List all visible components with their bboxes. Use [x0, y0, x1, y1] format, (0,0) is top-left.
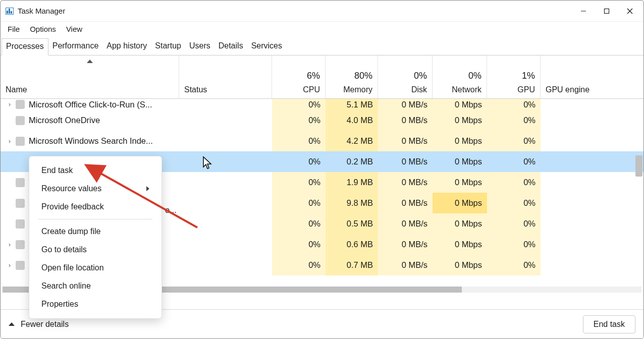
cell-status — [179, 99, 272, 110]
process-icon — [16, 178, 25, 187]
cell-status — [179, 234, 272, 255]
column-headers: Name Status 6% CPU 80% Memory 0% Disk 0%… — [1, 55, 643, 99]
menu-file[interactable]: File — [8, 25, 20, 33]
end-task-button-label: End task — [594, 320, 625, 328]
col-name[interactable]: Name — [1, 55, 179, 98]
ctx-create-dump-file[interactable]: Create dump file — [29, 222, 162, 241]
chevron-up-icon — [9, 322, 15, 326]
app-title: Task Manager — [18, 7, 65, 15]
col-memory-pct: 80% — [331, 71, 372, 81]
end-task-button[interactable]: End task — [583, 315, 635, 333]
expand-icon[interactable]: › — [7, 101, 13, 108]
cell-gpu-engine — [541, 255, 634, 275]
process-icon — [16, 199, 25, 208]
cell-cpu: 0% — [272, 131, 326, 151]
cell-network: 0 Mbps — [433, 213, 487, 234]
table-row[interactable]: ›Microsoft Windows Search Inde...0%4.2 M… — [1, 131, 643, 151]
process-icon — [16, 240, 25, 249]
tab-processes[interactable]: Processes — [2, 38, 48, 55]
table-row[interactable]: ›Microsoft Office Click-to-Run (S...0%5.… — [1, 99, 643, 110]
cell-disk: 0 MB/s — [378, 255, 433, 275]
menu-view[interactable]: View — [66, 25, 82, 33]
cell-cpu: 0% — [272, 151, 326, 172]
ctx-provide-feedback[interactable]: Provide feedback — [29, 198, 162, 216]
cell-gpu: 0% — [487, 234, 541, 255]
cell-name: ›Microsoft OneDrive — [1, 110, 179, 131]
ctx-search-online[interactable]: Search online — [29, 277, 162, 295]
tab-services[interactable]: Services — [247, 38, 286, 55]
col-status[interactable]: Status — [179, 55, 272, 98]
maximize-button[interactable] — [595, 1, 618, 21]
process-icon — [16, 116, 25, 125]
sort-indicator-icon — [87, 60, 93, 63]
cell-gpu-engine — [541, 172, 634, 193]
cell-cpu: 0% — [272, 99, 326, 110]
context-menu: End task Resource values Provide feedbac… — [29, 156, 162, 319]
cell-gpu-engine — [541, 151, 634, 172]
col-cpu[interactable]: 6% CPU — [272, 55, 326, 98]
cell-disk: 0 MB/s — [378, 99, 433, 110]
tab-users[interactable]: Users — [185, 38, 214, 55]
menu-bar: File Options View — [1, 22, 643, 38]
ctx-resource-values[interactable]: Resource values — [29, 180, 162, 198]
expand-icon[interactable]: › — [7, 138, 13, 145]
col-name-label: Name — [6, 85, 174, 94]
tab-performance[interactable]: Performance — [48, 38, 103, 55]
cell-disk: 0 MB/s — [378, 131, 433, 151]
cell-network: 0 Mbps — [433, 172, 487, 193]
vertical-scrollbar-thumb[interactable] — [635, 155, 642, 177]
cell-memory: 1.9 MB — [326, 172, 378, 193]
cell-disk: 0 MB/s — [378, 151, 433, 172]
cell-memory: 0.7 MB — [326, 255, 378, 275]
ctx-go-to-details[interactable]: Go to details — [29, 241, 162, 259]
cell-memory: 4.2 MB — [326, 131, 378, 151]
cell-network: 0 Mbps — [433, 193, 487, 213]
cell-network: 0 Mbps — [433, 99, 487, 110]
process-name: Microsoft Office Click-to-Run (S... — [29, 100, 152, 109]
col-memory[interactable]: 80% Memory — [326, 55, 378, 98]
cell-name: ›Microsoft Windows Search Inde... — [1, 131, 179, 151]
cell-gpu: 0% — [487, 213, 541, 234]
process-name: Microsoft Windows Search Inde... — [29, 136, 153, 146]
process-icon — [16, 100, 25, 109]
cell-gpu: 0% — [487, 151, 541, 172]
ctx-end-task[interactable]: End task — [29, 161, 162, 180]
table-row[interactable]: ›Microsoft OneDrive0%4.0 MB0 MB/s0 Mbps0… — [1, 110, 643, 131]
tab-startup[interactable]: Startup — [151, 38, 185, 55]
cell-network: 0 Mbps — [433, 255, 487, 275]
cell-disk: 0 MB/s — [378, 172, 433, 193]
col-disk-pct: 0% — [383, 71, 427, 81]
tab-app-history[interactable]: App history — [102, 38, 151, 55]
cell-memory: 0.6 MB — [326, 234, 378, 255]
tab-details[interactable]: Details — [214, 38, 247, 55]
cell-cpu: 0% — [272, 110, 326, 131]
cell-memory: 4.0 MB — [326, 110, 378, 131]
col-network-pct: 0% — [438, 71, 481, 81]
cell-disk: 0 MB/s — [378, 234, 433, 255]
minimize-button[interactable] — [572, 1, 595, 21]
process-icon — [16, 219, 25, 229]
col-gpu-engine[interactable]: GPU engine — [541, 55, 634, 98]
cell-disk: 0 MB/s — [378, 213, 433, 234]
menu-options[interactable]: Options — [30, 25, 56, 33]
cell-memory: 0.2 MB — [326, 151, 378, 172]
col-disk[interactable]: 0% Disk — [378, 55, 433, 98]
expand-icon[interactable]: › — [7, 262, 13, 269]
ctx-open-file-location[interactable]: Open file location — [29, 259, 162, 277]
expand-icon[interactable]: › — [7, 241, 13, 248]
cell-cpu: 0% — [272, 172, 326, 193]
cell-network: 0 Mbps — [433, 131, 487, 151]
cell-gpu-engine — [541, 99, 634, 110]
col-gpu[interactable]: 1% GPU — [487, 55, 541, 98]
cell-memory: 5.1 MB — [326, 99, 378, 110]
process-name: Microsoft OneDrive — [29, 116, 100, 125]
cell-gpu: 0% — [487, 255, 541, 275]
cell-gpu-engine — [541, 193, 634, 213]
col-network[interactable]: 0% Network — [433, 55, 487, 98]
ctx-properties[interactable]: Properties — [29, 295, 162, 313]
cell-gpu: 0% — [487, 172, 541, 193]
fewer-details-toggle[interactable]: Fewer details — [9, 320, 69, 329]
close-button[interactable] — [618, 1, 641, 21]
col-gpu-pct: 1% — [492, 71, 535, 81]
cell-disk: 0 MB/s — [378, 193, 433, 213]
